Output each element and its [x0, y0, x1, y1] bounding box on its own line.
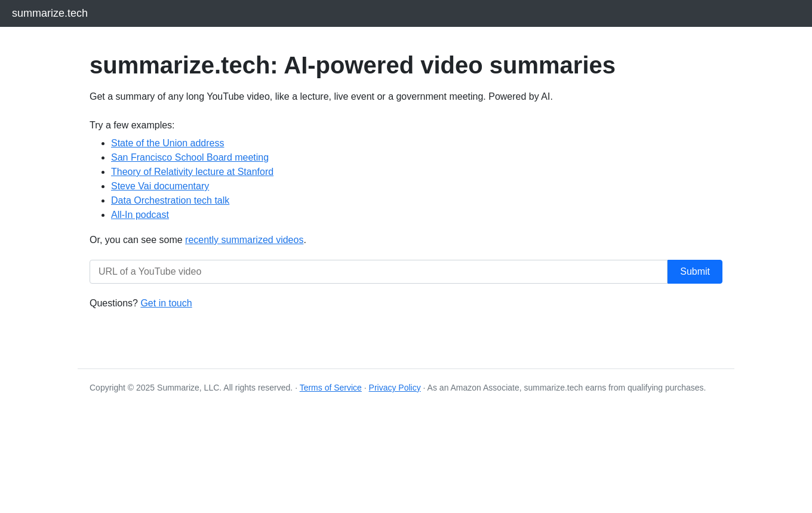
example-link[interactable]: All-In podcast [111, 210, 169, 220]
questions-line: Questions? Get in touch [90, 298, 722, 309]
url-form: Submit [90, 260, 722, 284]
url-input[interactable] [90, 260, 668, 284]
submit-button[interactable]: Submit [668, 260, 722, 284]
site-header: summarize.tech [0, 0, 812, 27]
site-footer: Copyright © 2025 Summarize, LLC. All rig… [78, 368, 734, 418]
example-link[interactable]: Steve Vai documentary [111, 181, 209, 191]
example-link[interactable]: Theory of Relativity lecture at Stanford [111, 167, 273, 177]
brand-link[interactable]: summarize.tech [12, 7, 88, 19]
privacy-link[interactable]: Privacy Policy [369, 383, 421, 392]
list-item: State of the Union address [111, 138, 722, 149]
footer-text: Copyright © 2025 Summarize, LLC. All rig… [90, 381, 722, 394]
subtitle: Get a summary of any long YouTube video,… [90, 91, 722, 102]
list-item: Data Orchestration tech talk [111, 195, 722, 206]
copyright-text: Copyright © 2025 Summarize, LLC. All rig… [90, 383, 300, 392]
or-line-suffix: . [303, 235, 306, 245]
example-link[interactable]: State of the Union address [111, 138, 224, 148]
examples-list: State of the Union addressSan Francisco … [90, 138, 722, 220]
or-line: Or, you can see some recently summarized… [90, 235, 722, 245]
example-link[interactable]: Data Orchestration tech talk [111, 195, 229, 205]
contact-link[interactable]: Get in touch [140, 298, 192, 308]
list-item: Steve Vai documentary [111, 181, 722, 192]
list-item: Theory of Relativity lecture at Stanford [111, 167, 722, 177]
example-link[interactable]: San Francisco School Board meeting [111, 152, 269, 162]
examples-label: Try a few examples: [90, 120, 722, 131]
questions-prefix: Questions? [90, 298, 140, 308]
footer-separator1: · [362, 383, 369, 392]
page-title: summarize.tech: AI-powered video summari… [90, 51, 722, 79]
terms-link[interactable]: Terms of Service [300, 383, 362, 392]
list-item: All-In podcast [111, 210, 722, 220]
recent-videos-link[interactable]: recently summarized videos [185, 235, 303, 245]
or-line-prefix: Or, you can see some [90, 235, 185, 245]
amazon-text: · As an Amazon Associate, summarize.tech… [421, 383, 706, 392]
list-item: San Francisco School Board meeting [111, 152, 722, 163]
